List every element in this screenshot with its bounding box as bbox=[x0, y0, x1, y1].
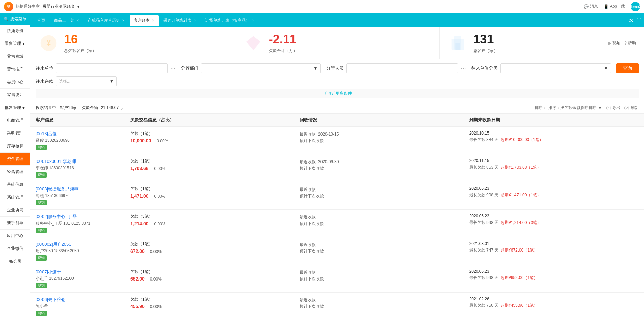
top-header: 畅 畅捷通好生意 母婴行业演示账套 ▼ 💬 消息 📱 App下载 demo2 bbox=[0, 0, 644, 13]
quick-nav-label: 快捷导航 bbox=[7, 28, 23, 33]
customer-name-3[interactable]: [0002]服务中心_丁磊 bbox=[36, 214, 130, 220]
help-btn[interactable]: ? 帮助 bbox=[624, 40, 636, 46]
avatar[interactable]: demo2 bbox=[631, 2, 640, 11]
tab-products-close[interactable]: ✕ bbox=[76, 19, 79, 22]
dept-select[interactable]: ▼ bbox=[201, 63, 320, 73]
inventory-label: 库存核算 bbox=[7, 144, 23, 148]
person-input[interactable] bbox=[346, 63, 458, 73]
col-debt-info: 欠款交易信息（占比） bbox=[130, 117, 300, 123]
debt-percent-4: 0.00% bbox=[150, 249, 162, 254]
sidebar-item-wechat[interactable]: 企业微信 bbox=[0, 242, 30, 255]
basic-info-label: 基础信息 bbox=[7, 182, 23, 187]
company-selector[interactable]: 母婴行业演示账套 ▼ bbox=[43, 4, 80, 9]
sidebar-item-guide[interactable]: 新手引导 bbox=[0, 217, 30, 230]
customer-phone-1: 李老师 18600391516 bbox=[36, 165, 130, 171]
sort-select[interactable]: 排序： 排序：按欠款金额倒序排序 ▼ bbox=[535, 105, 602, 111]
balance-select[interactable]: 选择... ▼ bbox=[56, 76, 117, 86]
customer-name-2[interactable]: [0003]畅捷服务尹海燕 bbox=[36, 186, 130, 192]
overdue-link-5[interactable]: 超期¥652.00（1笔） bbox=[501, 275, 538, 280]
tab-purchase-stats-close[interactable]: ✕ bbox=[194, 19, 196, 22]
overdue-link-1[interactable]: 超期¥1,703.68（1笔） bbox=[501, 165, 541, 170]
tab-inbound-close[interactable]: ✕ bbox=[122, 19, 125, 22]
tab-inbound-stats[interactable]: 进货单统计表（按商品） ✕ bbox=[201, 15, 258, 26]
sidebar-item-quick-nav[interactable]: 快捷导航 bbox=[0, 25, 30, 37]
customer-name-1[interactable]: [0001020001]李老师 bbox=[36, 158, 130, 165]
category-select[interactable]: ▼ bbox=[500, 63, 611, 73]
debt-count-5: 欠款（1笔） bbox=[130, 269, 300, 275]
sidebar-item-retail-mall[interactable]: 零售商城 bbox=[0, 50, 30, 63]
customer-name-4[interactable]: [000002]用户2050 bbox=[36, 241, 130, 247]
sidebar-item-member[interactable]: 会员中心 bbox=[0, 76, 30, 89]
sidebar-item-ecommerce[interactable]: 电商管理 bbox=[0, 114, 30, 127]
sidebar-item-marketing[interactable]: 营销推广 bbox=[0, 63, 30, 76]
customer-name-6[interactable]: [0006]去下粮仓 bbox=[36, 297, 130, 303]
overdue-link-2[interactable]: 超期¥1,471.00（1笔） bbox=[501, 193, 541, 197]
member-label: 会员中心 bbox=[7, 80, 23, 84]
customer-name-0[interactable]: [0016]吕俊 bbox=[36, 131, 130, 137]
debt-amount-1: 1,703.68 bbox=[130, 166, 149, 171]
tab-home-label: 首页 bbox=[37, 18, 45, 23]
debt-info-5: 欠款（1笔） 652.00 0.00% bbox=[130, 269, 300, 282]
supplier-dots[interactable]: ··· bbox=[170, 65, 175, 72]
sidebar-item-retail-mgmt[interactable]: 零售管理 ▲ bbox=[0, 37, 30, 50]
finance-label: 资金管理 bbox=[7, 156, 23, 161]
debt-amount-2: 1,471.00 bbox=[130, 193, 149, 199]
search-btn[interactable]: 查询 bbox=[616, 63, 639, 73]
sidebar-item-member2[interactable]: 畅会员 bbox=[0, 255, 30, 268]
overdue-link-0[interactable]: 超期¥10,000.00（1笔） bbox=[501, 137, 543, 142]
supplier-label: 往来单位 bbox=[36, 65, 53, 71]
tab-inbound-stats-close[interactable]: ✕ bbox=[252, 19, 254, 22]
video-icon: ▶ bbox=[608, 41, 611, 46]
filter-area: 往来单位 ··· 分管部门 ▼ 分管人员 ··· bbox=[30, 59, 644, 102]
sidebar-item-purchase[interactable]: 采购管理 bbox=[0, 127, 30, 140]
sidebar-item-inventory[interactable]: 库存核算 bbox=[0, 140, 30, 153]
sidebar-item-basic-info[interactable]: 基础信息 bbox=[0, 178, 30, 191]
tab-products[interactable]: 商品上下架 ✕ bbox=[50, 15, 83, 26]
refresh-btn[interactable]: ↺ 刷新 bbox=[624, 105, 639, 111]
sidebar-item-enterprise[interactable]: 企业协同 bbox=[0, 204, 30, 217]
app-center-label: 应用中心 bbox=[7, 233, 23, 238]
sidebar-item-operations[interactable]: 经营管理 bbox=[0, 166, 30, 178]
collapse-btn[interactable]: 《 收起更多条件 bbox=[36, 89, 639, 98]
filter-row-2: 往来余款 选择... ▼ bbox=[36, 76, 639, 86]
message-btn[interactable]: 💬 消息 bbox=[584, 4, 598, 9]
person-dots[interactable]: ··· bbox=[461, 65, 466, 72]
retail-mall-label: 零售商城 bbox=[7, 54, 23, 59]
due-days-4: 最长欠款 747 天 超期¥672.00（1笔） bbox=[469, 247, 639, 253]
tab-inbound[interactable]: 产成品入库单历史 ✕ bbox=[84, 15, 129, 26]
video-btn[interactable]: ▶ 视频 bbox=[608, 40, 620, 46]
tab-home[interactable]: 首页 bbox=[33, 15, 49, 26]
overdue-link-3[interactable]: 超期¥1,214.00（3笔） bbox=[501, 220, 541, 225]
expand-tabs-btn[interactable]: ⛶ bbox=[637, 18, 641, 23]
table-wrapper: 客户信息 欠款交易信息（占比） 回收情况 到期未收款日期 [0016]吕俊 吕俊… bbox=[30, 114, 644, 324]
sidebar-item-system[interactable]: 系统管理 bbox=[0, 191, 30, 204]
tab-customer-account-close[interactable]: ✕ bbox=[152, 19, 155, 22]
sidebar-item-finance[interactable]: 资金管理 bbox=[0, 153, 30, 166]
filter-category: 往来单位分类 ▼ bbox=[471, 63, 611, 73]
overdue-link-4[interactable]: 超期¥672.00（1笔） bbox=[501, 248, 538, 253]
tab-purchase-stats[interactable]: 采购订单统计表 ✕ bbox=[159, 15, 200, 26]
payment-last-3: 最近收款 bbox=[300, 214, 469, 220]
close-all-tabs-btn[interactable]: ✕ bbox=[629, 17, 633, 24]
main: 首页 商品上下架 ✕ 产成品入库单历史 ✕ 客户账本 ✕ 采购订单统计表 ✕ 进… bbox=[30, 13, 644, 324]
sidebar-item-app-center[interactable]: 应用中心 bbox=[0, 230, 30, 242]
guide-label: 新手引导 bbox=[7, 220, 23, 225]
customer-info-1: [0001020001]李老师 李老师 18600391516 现销 bbox=[36, 158, 130, 178]
sort-chevron: ▼ bbox=[598, 106, 602, 110]
table-row: [0007]小进千 小进千 18279152100 现销 欠款（1笔） 652.… bbox=[30, 265, 644, 293]
export-btn[interactable]: ↑ 导出 bbox=[606, 105, 620, 111]
stat-card-total-customers: 131 总客户（家） ▶ 视频 ? 帮助 bbox=[440, 27, 644, 59]
supplier-input[interactable] bbox=[56, 63, 168, 73]
tab-customer-account[interactable]: 客户账本 ✕ bbox=[130, 15, 159, 26]
purchase-label: 采购管理 bbox=[7, 131, 23, 136]
customer-name-5[interactable]: [0007]小进千 bbox=[36, 269, 130, 275]
export-icon: ↑ bbox=[606, 106, 611, 110]
debt-count-0: 欠款（1笔） bbox=[130, 131, 300, 137]
payment-next-6: 预计下次收款 bbox=[300, 304, 469, 310]
balance-value: 选择... bbox=[59, 79, 71, 84]
sidebar-item-batch-mgmt[interactable]: 批发管理 ▼ bbox=[0, 101, 30, 114]
app-download-btn[interactable]: 📱 App下载 bbox=[604, 4, 625, 9]
sidebar-item-retail-stats[interactable]: 零售统计 bbox=[0, 89, 30, 101]
overdue-link-6[interactable]: 超期¥455.90（1笔） bbox=[501, 303, 538, 308]
sidebar-search[interactable]: 🔍 搜索菜单 bbox=[0, 13, 30, 25]
